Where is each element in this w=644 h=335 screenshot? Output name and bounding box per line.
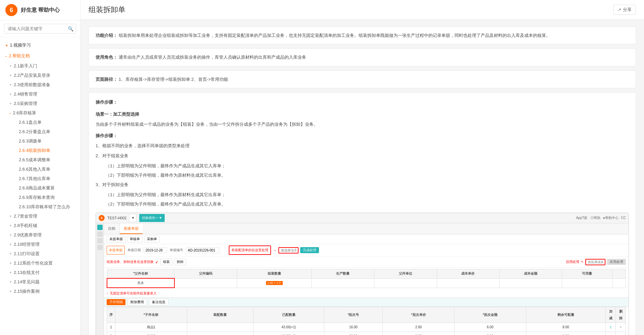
ss-btn-purchase[interactable]: 采购单 xyxy=(144,236,160,242)
top-header: 组装拆卸单 ↗ 分享 xyxy=(80,0,644,20)
table-row: 2 商品2 10.00(+0) 30.00 0.00 6.00 0.00 ± xyxy=(107,332,626,335)
ss-annotation-4-row: ↑ 无固定清单可在组件处直接录入 xyxy=(104,289,629,297)
sidebar-item-2-6-7[interactable]: 2.6.7其他出库单 xyxy=(19,174,80,183)
ss-lower-table-area: 序 *子件名称 装配数量 已配数量 *批次号 *批次单价 *批次金额 剩余可配量 xyxy=(104,307,629,335)
sidebar-item-2-6[interactable]: - 2.6库存核算 xyxy=(9,108,80,118)
ss-id-input[interactable] xyxy=(186,247,219,253)
collapse-icon-2-6: - xyxy=(9,111,11,116)
sidebar-item-2-13[interactable]: + 2.13在线支付 xyxy=(9,268,80,277)
sidebar-label-2-1: 2.1新手入门 xyxy=(14,63,37,69)
ss-tab-home[interactable]: 自购 xyxy=(104,223,120,234)
sidebar-item-2-6-2[interactable]: 2.6.2分量盘点单 xyxy=(19,127,80,136)
expand-prefix-2-5: + xyxy=(9,101,12,106)
sidebar-item-2-15[interactable]: + 2.15操作案例 xyxy=(9,287,80,296)
search-button[interactable]: 🔍 xyxy=(68,26,73,32)
ss-order-type[interactable]: 未提单据 xyxy=(107,246,125,255)
ss-annotation-4: 无固定清单可在组件处直接录入 xyxy=(110,290,157,297)
sidebar-label-2-12: 2.12系统个性化设置 xyxy=(14,260,53,266)
ss-confirm-btn[interactable]: 完成处理 xyxy=(300,247,319,253)
sidebar-item-2-6-10[interactable]: 2.6.10库存账本错了怎么办 xyxy=(19,202,80,212)
table-row: 1 商品1 43.00(+1) 16.00 2.00 6.00 8.00 ± xyxy=(107,323,626,332)
collapse-icon-2: - xyxy=(5,54,7,59)
sidebar-item-2-1[interactable]: + 2.1新手入门 xyxy=(9,61,80,71)
sidebar-item-2[interactable]: - 2.帮助文档 xyxy=(0,51,80,61)
sidebar-item-1[interactable]: + 1.视频学习 xyxy=(0,40,80,51)
page-path-text: 1、库存核算->库存管理->组装拆卸单 2、首页->常用功能 xyxy=(119,77,228,82)
steps-title: 操作步骤： xyxy=(96,98,629,107)
sidebar-item-2-7[interactable]: + 2.7资金管理 xyxy=(9,212,80,221)
ss-col-unit: 父件单位 xyxy=(374,269,437,279)
nav-tree: + 1.视频学习 - 2.帮助文档 + 2.1新手入门 + 2.2产品安装及登录… xyxy=(0,37,80,335)
ss-main-area: 自购 新建单据 未提单据 审核单 采购单 未提单据 单据日期 xyxy=(96,223,629,335)
ss-lrow2-ba: 6.00 xyxy=(454,332,526,335)
ss-tab-sub-detail[interactable]: 子件明细 xyxy=(107,299,125,305)
ss-system-bar: 6 TEST-H002 ▼ 切换模块一▼ AppT面 ◎帮助 ●帮助中心 CC xyxy=(96,213,629,223)
ss-col-parent-name: *父件名称 xyxy=(107,269,174,279)
sidebar-label-2-6-1: 2.6.1盘点单 xyxy=(19,119,42,125)
sidebar-label-2-6-8: 2.6.8商品成本重算 xyxy=(19,185,55,191)
ss-left-nav xyxy=(96,223,104,335)
scene1-title: 场景一：加工类型选择 xyxy=(96,110,629,119)
sidebar-item-2-3[interactable]: + 2.3使用前数据准备 xyxy=(9,80,80,90)
ss-tab-new[interactable]: 新建单据 xyxy=(120,223,143,234)
sidebar-item-2-9[interactable]: + 2.9优惠券管理 xyxy=(9,230,80,240)
sidebar-item-2-6-5[interactable]: 2.6.5成本调整单 xyxy=(19,155,80,165)
search-input[interactable] xyxy=(4,24,76,34)
sidebar-item-2-6-4[interactable]: 2.6.4组装拆卸单 xyxy=(19,146,80,155)
ss-btn-pending[interactable]: 未提单据 xyxy=(107,236,125,242)
ss-col-action xyxy=(612,269,626,279)
ss-cell-prod-qty xyxy=(312,278,374,288)
sidebar-item-2-6-8[interactable]: 2.6.8商品成本重算 xyxy=(19,183,80,193)
ss-company: TEST-H002 xyxy=(107,214,126,222)
sidebar-label-2-14: 2.14常见问题 xyxy=(14,279,40,285)
sidebar-item-2-6-6[interactable]: 2.6.6其他入库单 xyxy=(19,165,80,174)
ss-lcol-pm: 加减 xyxy=(606,307,616,323)
sidebar-item-2-12[interactable]: + 2.12系统个性化设置 xyxy=(9,259,80,268)
sidebar-item-2-2[interactable]: + 2.2产品安装及登录 xyxy=(9,71,80,80)
ss-lrow1-batch: 16.00 xyxy=(324,323,383,332)
sidebar-item-2-6-9[interactable]: 2.6.9库存账本查询 xyxy=(19,193,80,202)
step3: 3、对于拆卸业务 xyxy=(96,180,629,189)
ss-nav-icon-4 xyxy=(97,245,103,250)
ss-apply-btn[interactable]: 应用处理 xyxy=(607,259,626,265)
step3-sub1: （1）上部明细为父件明细，最终作为原材料生成其它出库单； xyxy=(106,190,629,199)
ss-date-input[interactable] xyxy=(144,247,167,253)
sidebar-label-1: 1.视频学习 xyxy=(10,42,31,48)
sidebar-item-2-6-1[interactable]: 2.6.1盘点单 xyxy=(19,118,80,127)
sidebar-item-2-10[interactable]: + 2.10经营管理 xyxy=(9,240,80,249)
ss-nav-btn: ▼ xyxy=(129,214,137,222)
sidebar-label-2-2: 2.2产品安装及登录 xyxy=(14,72,50,78)
ss-cell-ca xyxy=(499,278,562,288)
ss-annotation-2: 组装业务、拆卸业务在这里切换 xyxy=(107,259,154,265)
ss-warehouse-input[interactable] xyxy=(278,247,299,254)
ss-warehouse-group: 有装配清单的在这里处理 → 完成处理 xyxy=(229,245,319,255)
ss-upper-table-area: *父件名称 父件编码 组装数量 生产数量 父件单位 成本单价 成本金额 可用量 xyxy=(104,268,629,289)
step2-sub2: （2）下部明细为子件明细，最终作为原材料生成其它出库单。 xyxy=(106,171,629,180)
sidebar-label-2-6-9: 2.6.9库存账本查询 xyxy=(19,194,55,201)
ss-btn-audit[interactable]: 审核单 xyxy=(127,236,143,242)
sidebar-item-2-14[interactable]: + 2.14常见问题 xyxy=(9,277,80,287)
sidebar-item-2-4[interactable]: + 2.4销售管理 xyxy=(9,90,80,99)
ss-tab-extra-cost[interactable]: 附加费用 xyxy=(127,299,147,305)
sidebar-label-2: 2.帮助文档 xyxy=(9,53,30,59)
ss-lrow2-rem: 0.00 xyxy=(526,332,605,335)
sidebar-label-2-9: 2.9优惠券管理 xyxy=(14,232,42,238)
ss-cell-unit xyxy=(374,278,437,288)
ss-supplier-input[interactable] xyxy=(585,259,605,265)
search-area: 🔍 xyxy=(0,20,80,37)
step1: 1、根据不同的业务，选择不同单据的类型来处理 xyxy=(96,142,629,150)
sidebar-item-2-8[interactable]: + 2.8手机旺铺 xyxy=(9,221,80,230)
content-area: 功能介绍： 组装拆卸单用来处理企业组装或拆卸等加工业务，支持有固定装配清单的产品… xyxy=(80,20,644,335)
ss-disassembly-btn[interactable]: 拆卸 xyxy=(174,259,186,265)
sidebar-label-2-3: 2.3使用前数据准备 xyxy=(14,82,50,88)
sidebar-item-2-11[interactable]: + 2.11打印设置 xyxy=(9,249,80,259)
sidebar-item-2-5[interactable]: + 2.5采购管理 xyxy=(9,99,80,108)
ss-col-available: 可用量 xyxy=(562,269,612,279)
ss-tab-remark[interactable]: 备注信息 xyxy=(149,299,168,305)
feature-intro-label: 功能介绍： xyxy=(96,33,117,38)
ss-arrow-down: ↙ xyxy=(155,258,159,266)
sidebar-item-2-6-3[interactable]: 2.6.3调拨单 xyxy=(19,136,80,146)
expand-prefix-2-4: + xyxy=(9,92,12,97)
share-button[interactable]: ↗ 分享 xyxy=(613,5,636,15)
ss-assembly-btn[interactable]: 组装 xyxy=(160,259,172,265)
